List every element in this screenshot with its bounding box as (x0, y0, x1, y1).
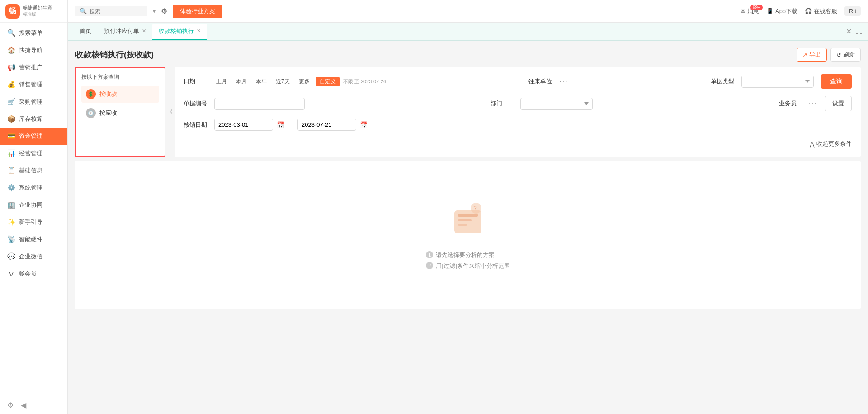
tab-actions: ✕ ⛶ (846, 27, 863, 36)
sidebar-item-quick-nav[interactable]: 🏠快捷导航 (0, 42, 67, 59)
settings-button[interactable]: 设置 (825, 96, 852, 111)
date-7days[interactable]: 近7天 (273, 77, 292, 86)
hardware-icon: 📡 (7, 235, 15, 243)
gear-icon[interactable]: ⚙ (161, 7, 167, 15)
sidebar-item-sales[interactable]: 💰销售管理 (0, 76, 67, 93)
date-more[interactable]: 更多 (296, 77, 312, 86)
sidebar-item-base-info[interactable]: 📋基础信息 (0, 162, 67, 179)
inventory-icon: 📦 (7, 115, 15, 123)
close-tab-icon[interactable]: ✕ (846, 27, 852, 36)
tab-bar: 首页 预付冲应付单 ✕ 收款核销执行 ✕ ✕ ⛶ (68, 23, 868, 41)
department-select[interactable] (520, 98, 593, 110)
solution-button[interactable]: 体验行业方案 (173, 5, 222, 18)
date-last-month[interactable]: 上月 (213, 77, 230, 86)
calendar-end-icon[interactable]: 📅 (360, 121, 368, 128)
expand-tab-icon[interactable]: ⛶ (855, 27, 863, 36)
sidebar-logo: 畅 畅捷通好生意 标准版 (0, 0, 67, 23)
filter-collapse-button[interactable]: 《 (165, 67, 175, 157)
sidebar-item-hardware[interactable]: 📡智能硬件 (0, 231, 67, 248)
filter-panel: 按以下方案查询 💲 按收款 🕐 按应收 《 日期 (75, 67, 861, 157)
empty-tip-1: 1 请先选择要分析的方案 (426, 251, 509, 259)
sales-icon: 💰 (7, 81, 15, 89)
department-label: 部门 (491, 100, 513, 108)
sidebar-item-inventory[interactable]: 📦库存核算 (0, 110, 67, 128)
search-input[interactable] (90, 8, 143, 14)
empty-illustration: ? (445, 197, 491, 242)
empty-state: ? 1 请先选择要分析的方案 2 用[过滤]条件来缩小分析范围 (75, 161, 861, 309)
sidebar-item-guide[interactable]: ✨新手引导 (0, 214, 67, 231)
collapse-more-button[interactable]: ⋀ 收起更多条件 (810, 138, 852, 150)
logo-text: 畅捷通好生意 (23, 5, 52, 11)
refresh-button[interactable]: ↺ 刷新 (830, 48, 861, 62)
bill-type-label: 单据类型 (711, 77, 734, 86)
sidebar-footer: ⚙ ◀ (0, 396, 67, 414)
date-shortcuts: 上月 本月 本年 近7天 更多 自定义 不限 至 2023-07-26 (213, 77, 386, 86)
sidebar-item-enterprise[interactable]: 🏢企业协同 (0, 196, 67, 214)
svg-rect-0 (454, 210, 481, 233)
sidebar-item-vip[interactable]: V畅会员 (0, 265, 67, 282)
sidebar-item-wechat[interactable]: 💬企业微信 (0, 248, 67, 265)
operations-icon: 📊 (7, 149, 15, 157)
purchase-icon: 🛒 (7, 98, 15, 106)
writeoff-date-end[interactable] (297, 119, 356, 131)
filter-option-by-collection[interactable]: 💲 按收款 (81, 86, 159, 103)
page-title: 收款核销执行(按收款) (75, 49, 154, 60)
message-button[interactable]: ✉ 消息 99+ (741, 7, 759, 15)
wechat-icon: 💬 (7, 252, 15, 261)
tab-home[interactable]: 首页 (73, 24, 98, 40)
query-button[interactable]: 查询 (821, 74, 852, 89)
message-badge: 99+ (750, 5, 763, 10)
app-download-button[interactable]: 📱 App下载 (766, 7, 797, 15)
guide-icon: ✨ (7, 218, 15, 226)
header-search-box[interactable]: 🔍 (75, 6, 147, 16)
filter-row-2: 单据编号 部门 业务员 ··· 设置 (184, 96, 852, 111)
bill-no-input[interactable] (214, 98, 305, 110)
collapse-sidebar-button[interactable]: ◀ (21, 401, 26, 409)
tab-close-prepay[interactable]: ✕ (142, 28, 146, 34)
writeoff-date-start[interactable] (214, 119, 273, 131)
sidebar-item-marketing[interactable]: 📢营销推广 (0, 59, 67, 76)
filter-option-by-receivable[interactable]: 🕐 按应收 (81, 105, 159, 122)
settings-footer-button[interactable]: ⚙ (7, 401, 14, 409)
capital-icon: 💳 (7, 132, 15, 140)
sidebar-item-search[interactable]: 🔍搜索菜单 (0, 24, 67, 42)
online-service-button[interactable]: 🎧 在线客服 (805, 7, 837, 15)
filter-row-1: 日期 上月 本月 本年 近7天 更多 自定义 不限 至 2023-07-26 往… (184, 74, 852, 89)
tab-collection[interactable]: 收款核销执行 ✕ (152, 24, 207, 40)
collection-option-icon: 💲 (86, 89, 96, 99)
bill-type-select[interactable] (741, 76, 814, 88)
salesperson-label: 业务员 (779, 100, 802, 108)
svg-rect-1 (458, 214, 478, 217)
svg-rect-2 (458, 219, 472, 221)
search-icon: 🔍 (80, 8, 87, 14)
date-separator: — (288, 121, 294, 128)
sidebar-item-system[interactable]: ⚙️系统管理 (0, 179, 67, 196)
sidebar-item-capital[interactable]: 💳资金管理 (0, 128, 67, 145)
salesperson-dots-button[interactable]: ··· (809, 100, 817, 108)
counterparty-label: 往来单位 (528, 77, 552, 86)
empty-tips: 1 请先选择要分析的方案 2 用[过滤]条件来缩小分析范围 (426, 251, 509, 273)
page-content: 收款核销执行(按收款) ↗ 导出 ↺ 刷新 按以下方案查询 💲 按收款 (68, 41, 868, 414)
writeoff-date-input-group: 📅 — 📅 (214, 119, 368, 131)
counterparty-dots-button[interactable]: ··· (559, 77, 568, 86)
tip-num-1: 1 (426, 251, 433, 258)
collapse-chevron-icon: ⋀ (810, 141, 815, 148)
date-custom[interactable]: 自定义 (316, 77, 340, 86)
filter-panel-title: 按以下方案查询 (81, 73, 159, 81)
sidebar-item-purchase[interactable]: 🛒采购管理 (0, 93, 67, 110)
date-this-month[interactable]: 本月 (233, 77, 250, 86)
tab-prepay[interactable]: 预付冲应付单 ✕ (98, 24, 152, 40)
tab-close-collection[interactable]: ✕ (197, 28, 201, 34)
sidebar-nav: 🔍搜索菜单 🏠快捷导航 📢营销推广 💰销售管理 🛒采购管理 📦库存核算 💳资金管… (0, 23, 67, 396)
sidebar-item-operations[interactable]: 📊经营管理 (0, 145, 67, 162)
date-this-year[interactable]: 本年 (253, 77, 269, 86)
calendar-start-icon[interactable]: 📅 (277, 121, 284, 128)
export-button[interactable]: ↗ 导出 (797, 48, 827, 62)
marketing-icon: 📢 (7, 63, 15, 71)
user-menu[interactable]: Rit (844, 6, 861, 16)
header-right: ✉ 消息 99+ 📱 App下载 🎧 在线客服 Rit (741, 6, 861, 16)
chevron-down-icon[interactable]: ▾ (153, 8, 156, 14)
base-info-icon: 📋 (7, 167, 15, 175)
date-range-text: 不限 至 2023-07-26 (343, 78, 386, 85)
tip-num-2: 2 (426, 262, 433, 269)
